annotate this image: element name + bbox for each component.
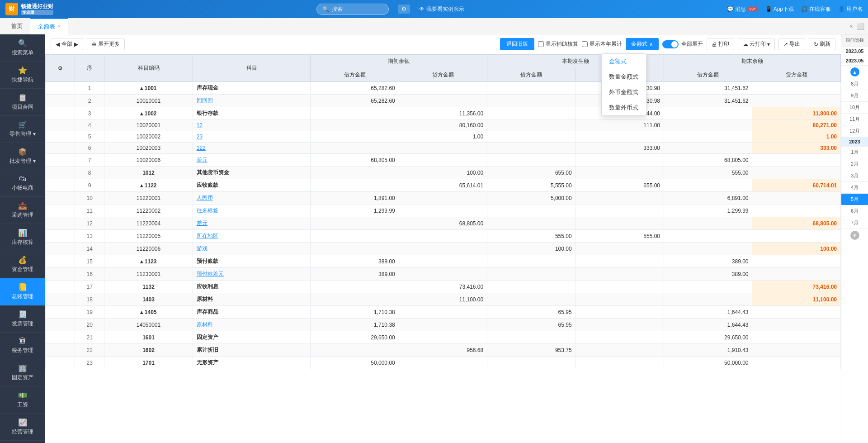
refresh-button[interactable]: ↻ 刷新	[809, 38, 835, 50]
sidebar-item-project[interactable]: 📋 项目合同	[0, 89, 45, 116]
dropdown-item-foreign-amount[interactable]: 外币金额式	[602, 85, 646, 100]
row-number: 19	[75, 306, 104, 319]
sidebar-ledger-label: 总账管理	[12, 293, 33, 300]
settings-icon[interactable]: ⚙	[398, 5, 410, 14]
export-button[interactable]: ↗ 导出	[778, 38, 805, 50]
dropdown-item-qty-amount[interactable]: 数量金额式	[602, 69, 646, 85]
project-icon: 📋	[18, 93, 27, 102]
row-name: 银行存款	[193, 107, 311, 120]
row-closing-debit: 31,451.62	[664, 82, 752, 95]
period-up-icon[interactable]: ▲	[850, 67, 859, 76]
sidebar-item-salary[interactable]: 💵 工资	[0, 386, 45, 414]
message-btn[interactable]: 💬 消息 99+	[727, 5, 758, 13]
refresh-label: 刷新	[820, 40, 830, 48]
header-search[interactable]: 🔍 搜索	[316, 4, 389, 15]
tab-maximize-btn[interactable]: ⬜	[857, 23, 864, 30]
row-code: 10010001	[104, 95, 193, 107]
row-opening-credit: 11,100.00	[399, 293, 487, 306]
sidebar-item-finance[interactable]: 💰 资金管理	[0, 251, 45, 278]
sidebar-item-retail[interactable]: 🛒 零售管理 ▾	[0, 116, 45, 143]
table-row: 1011220001人民币1,891.005,000.006,891.00	[46, 192, 841, 205]
period-month-5[interactable]: 5月	[841, 194, 868, 205]
sidebar-item-inventory[interactable]: 📊 库存核算	[0, 224, 45, 251]
assist-checkbox-input[interactable]	[538, 41, 544, 47]
period-month-12[interactable]: 12月	[841, 125, 868, 137]
all-button[interactable]: ◀ 全部 ▶	[51, 38, 83, 50]
invoice-icon: 🧾	[18, 310, 27, 319]
period-month-10[interactable]: 10月	[841, 102, 868, 114]
sidebar-item-ledger[interactable]: 📒 总账管理	[0, 278, 45, 305]
year-checkbox-input[interactable]	[582, 41, 588, 47]
tab-close-btn[interactable]: ×	[849, 23, 853, 30]
cloud-print-button[interactable]: ☁ 云打印 ▾	[738, 38, 775, 50]
style-label: 金额式	[631, 40, 647, 48]
period-month-1[interactable]: 1月	[841, 147, 868, 158]
logo-char: 财	[9, 5, 15, 13]
sidebar-item-quick-nav[interactable]: ⭐ 快捷导航	[0, 62, 45, 89]
period-month-9[interactable]: 9月	[841, 90, 868, 102]
toggle-control[interactable]	[662, 40, 679, 48]
online-service-btn[interactable]: 🎧 在线客服	[801, 5, 831, 13]
col-current-debit: 借方金额	[487, 68, 576, 82]
row-name: 固定资产	[193, 331, 311, 344]
row-current-debit	[487, 293, 576, 306]
period-down-icon[interactable]: ▼	[850, 231, 859, 240]
sidebar-item-wholesale[interactable]: 📦 批发管理 ▾	[0, 143, 45, 170]
row-number: 20	[75, 319, 104, 331]
print-button[interactable]: 🖨 打印	[707, 38, 734, 50]
row-number: 15	[75, 255, 104, 268]
dropdown-item-amount[interactable]: 金额式	[602, 54, 646, 69]
period-month-3[interactable]: 3月	[841, 170, 868, 182]
app-download-btn[interactable]: 📱 App下载	[765, 5, 794, 13]
table-row: 181403原材料11,100.0011,100.00	[46, 293, 841, 306]
sidebar-item-invoice[interactable]: 🧾 发票管理	[0, 305, 45, 333]
period-month-11[interactable]: 11月	[841, 114, 868, 125]
sidebar-search-label: 搜索菜单	[12, 49, 33, 57]
row-current-debit	[487, 255, 576, 268]
expand-more-button[interactable]: ⊕ 展开更多	[87, 38, 125, 50]
retail-icon: 🛒	[18, 120, 27, 129]
sidebar-item-management[interactable]: 📈 经营管理	[0, 414, 45, 441]
style-button[interactable]: 金额式 ∧	[626, 38, 659, 50]
row-opening-debit: 1,710.38	[311, 319, 399, 331]
row-current-credit	[576, 255, 664, 268]
show-year-checkbox[interactable]: 显示本年累计	[582, 40, 622, 48]
col-settings-icon[interactable]: ⚙	[58, 65, 63, 71]
sidebar-item-search[interactable]: 🔍 搜索菜单	[0, 34, 45, 62]
show-assist-checkbox[interactable]: 显示辅助核算	[538, 40, 578, 48]
period-month-8[interactable]: 8月	[841, 78, 868, 90]
sidebar-finance-label: 资金管理	[12, 266, 33, 273]
period-month-4[interactable]: 4月	[841, 182, 868, 194]
row-closing-credit	[752, 268, 841, 281]
sidebar-item-expense[interactable]: 🧮 小畅报销	[0, 441, 45, 443]
user-avatar[interactable]: 👤 用户名	[838, 5, 863, 13]
row-opening-debit	[311, 179, 399, 192]
tab-balance[interactable]: 余额表 ×	[30, 18, 68, 34]
expand-all-toggle[interactable]: 全部展开	[662, 40, 703, 48]
sidebar-item-assets[interactable]: 🏢 固定资产	[0, 359, 45, 386]
row-name: 23	[193, 131, 311, 143]
row-closing-credit	[752, 230, 841, 243]
dropdown-item-qty-foreign[interactable]: 数量外币式	[602, 100, 646, 115]
main-layout: 🔍 搜索菜单 ⭐ 快捷导航 📋 项目合同 🛒 零售管理 ▾ 📦 批发管理 ▾ 🛍…	[0, 34, 868, 443]
period-month-7[interactable]: 7月	[841, 217, 868, 229]
row-settings	[46, 82, 75, 95]
row-opening-credit	[399, 143, 487, 154]
demo-link[interactable]: 👁 我要看实例演示	[419, 5, 464, 13]
period-month-6[interactable]: 6月	[841, 205, 868, 217]
tab-close-icon[interactable]: ×	[58, 24, 61, 29]
demo-label: 我要看实例演示	[426, 5, 464, 13]
tab-home[interactable]: 首页	[4, 18, 30, 34]
back-old-version-button[interactable]: 退回旧版	[500, 38, 534, 50]
sidebar-item-purchase[interactable]: 📥 采购管理	[0, 197, 45, 224]
row-settings	[46, 205, 75, 217]
period-month-2[interactable]: 2月	[841, 158, 868, 170]
row-code: 1012	[104, 167, 193, 179]
period-nav-down: ▼	[841, 229, 868, 242]
row-current-debit	[487, 82, 576, 95]
row-name: 库存现金	[193, 82, 311, 95]
col-opening-debit: 借方金额	[311, 68, 399, 82]
row-closing-debit: 1,910.43	[664, 344, 752, 357]
sidebar-item-tax[interactable]: 🏛 税务管理	[0, 333, 45, 359]
sidebar-item-ecommerce[interactable]: 🛍 小畅电商	[0, 170, 45, 197]
